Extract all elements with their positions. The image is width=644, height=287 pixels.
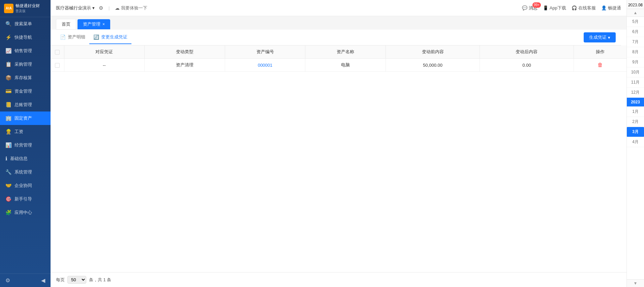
per-page-label: 每页 — [56, 277, 65, 283]
topbar-right: 💬 消息 99+ 📱 App下载 🎧 在线客服 👤 畅捷通 — [522, 5, 621, 11]
user-button[interactable]: 👤 畅捷通 — [601, 5, 621, 11]
company-name: 医疗器械行业演示 — [56, 5, 91, 11]
timeline-month-item[interactable]: 9月 — [627, 57, 644, 67]
total-text: 条，共 1 条 — [89, 277, 111, 283]
sidebar-item-base[interactable]: ℹ基础信息 — [0, 152, 51, 165]
timeline-month-item[interactable]: 12月 — [627, 88, 644, 98]
app-download-button[interactable]: 📱 App下载 — [543, 5, 566, 11]
stock-icon: 📦 — [5, 75, 12, 81]
page-content: 📄 资产明细 🔄 变更生成凭证 生成凭证 ▾ — [51, 30, 626, 287]
timeline-month-item[interactable]: 1月 — [627, 107, 644, 117]
sidebar-item-asset[interactable]: 🏢固定资产 — [0, 111, 51, 125]
appstore-icon: 🧩 — [5, 210, 12, 216]
purchase-icon: 📋 — [5, 61, 12, 67]
timeline-scroll-down-button[interactable]: ▼ — [627, 279, 644, 287]
row-checkbox-0[interactable] — [55, 63, 60, 68]
table-row: -- 资产清理 000001 电脑 50,000.00 0.00 🗑 — [51, 59, 626, 72]
row-asset-name-0: 电脑 — [305, 59, 386, 72]
right-panel: ⤢ 2023.03 ✕ ▲ 5月6月7月8月9月10月11月12月20231月2… — [626, 0, 644, 287]
header-asset-name: 资产名称 — [305, 45, 386, 59]
tab-asset-management[interactable]: 资产管理 × — [78, 19, 110, 29]
sidebar-label-base: 基础信息 — [10, 156, 28, 162]
sidebar-label-wage: 工资 — [14, 129, 23, 135]
collapse-icon[interactable]: ◀ — [41, 277, 45, 284]
delete-row-button-0[interactable]: 🗑 — [597, 62, 603, 68]
sales-icon: 📈 — [5, 48, 12, 54]
message-button[interactable]: 💬 消息 99+ — [522, 5, 538, 11]
timeline-month-item[interactable]: 5月 — [627, 17, 644, 27]
sidebar-item-purchase[interactable]: 📋采购管理 — [0, 58, 51, 71]
tabbar: 首页 资产管理 × — [51, 16, 626, 30]
sidebar-item-ledger[interactable]: 📒总账管理 — [0, 98, 51, 111]
timeline-month-item[interactable]: 10月 — [627, 67, 644, 77]
online-service-label: 在线客服 — [578, 5, 596, 11]
row-after-0: 0.00 — [480, 59, 574, 72]
timeline-year-item[interactable]: 2023 — [627, 98, 644, 107]
tab-asset-detail-label: 资产明细 — [68, 34, 85, 40]
search-icon: 🔍 — [5, 21, 12, 27]
user-label: 畅捷通 — [608, 5, 621, 11]
per-page-select[interactable]: 102050100 — [67, 276, 86, 284]
settings-gear-icon[interactable]: ⚙ — [99, 5, 103, 11]
right-panel-expand-icon[interactable]: ⤢ — [628, 3, 632, 7]
company-dropdown-icon: ▾ — [92, 5, 95, 10]
sidebar-item-biz[interactable]: 📊经营管理 — [0, 138, 51, 152]
select-all-checkbox[interactable] — [55, 50, 60, 55]
sidebar-item-search[interactable]: 🔍搜索菜单 — [0, 17, 51, 31]
row-checkbox-cell — [51, 59, 64, 72]
user-icon: 👤 — [601, 5, 607, 10]
sidebar-item-fund[interactable]: 💳资金管理 — [0, 85, 51, 98]
sidebar-item-stock[interactable]: 📦库存核算 — [0, 71, 51, 85]
timeline-month-item[interactable]: 3月 — [627, 127, 644, 137]
tab-close-icon[interactable]: × — [102, 22, 105, 27]
generate-voucher-label: 生成凭证 — [589, 34, 607, 40]
sidebar-label-appstore: 应用中心 — [14, 210, 32, 216]
app-download-label: App下载 — [550, 5, 566, 11]
header-after: 变动后内容 — [480, 45, 574, 59]
tab-change-voucher[interactable]: 🔄 变更生成凭证 — [89, 31, 131, 44]
tab-active-label: 资产管理 — [83, 21, 100, 27]
timeline-scroll-up-button[interactable]: ▲ — [627, 9, 644, 17]
inner-tabbar: 📄 资产明细 🔄 变更生成凭证 生成凭证 ▾ — [51, 30, 621, 45]
trial-label: 我要体验一下 — [121, 5, 147, 11]
timeline: 5月6月7月8月9月10月11月12月20231月2月3月4月 — [627, 17, 644, 279]
sidebar-item-nav[interactable]: ⚡快捷导航 — [0, 31, 51, 44]
timeline-month-item[interactable]: 11月 — [627, 77, 644, 88]
settings-icon[interactable]: ⚙ — [5, 277, 10, 284]
right-panel-close-icon[interactable]: ✕ — [639, 2, 643, 8]
sidebar-label-sales: 销售管理 — [14, 48, 32, 54]
company-selector[interactable]: 医疗器械行业演示 ▾ — [56, 5, 95, 11]
sidebar-item-guide[interactable]: 🎯新手引导 — [0, 192, 51, 206]
row-asset-code-0[interactable]: 000001 — [225, 59, 305, 72]
inner-tabbar-wrap: 📄 资产明细 🔄 变更生成凭证 生成凭证 ▾ — [51, 30, 626, 45]
timeline-month-item[interactable]: 8月 — [627, 47, 644, 57]
sidebar-item-sys[interactable]: 🔧系统管理 — [0, 165, 51, 179]
header-change-type: 变动类型 — [145, 45, 225, 59]
sys-icon: 🔧 — [5, 169, 12, 175]
tab-home[interactable]: 首页 — [56, 19, 76, 30]
app-name: 畅捷通好业财 — [16, 3, 40, 9]
sidebar-item-appstore[interactable]: 🧩应用中心 — [0, 206, 51, 219]
sidebar-item-corp[interactable]: 🤝企业协同 — [0, 179, 51, 192]
tab-asset-detail[interactable]: 📄 资产明细 — [56, 31, 89, 44]
timeline-month-item[interactable]: 6月 — [627, 27, 644, 37]
generate-dropdown-icon: ▾ — [608, 35, 610, 40]
sidebar-item-sales[interactable]: 📈销售管理 — [0, 44, 51, 58]
biz-icon: 📊 — [5, 142, 12, 148]
sidebar-footer: ⚙ ◀ — [0, 274, 51, 287]
sidebar-label-purchase: 采购管理 — [14, 61, 32, 67]
sidebar-item-wage[interactable]: 👷工资 — [0, 125, 51, 138]
trial-button[interactable]: ☁ 我要体验一下 — [115, 5, 147, 11]
table-body: -- 资产清理 000001 电脑 50,000.00 0.00 🗑 — [51, 59, 626, 72]
tab-change-voucher-label: 变更生成凭证 — [101, 34, 127, 40]
row-change-type-0: 资产清理 — [145, 59, 225, 72]
pagination: 每页 102050100 条，共 1 条 — [51, 272, 626, 287]
ledger-icon: 📒 — [5, 102, 12, 108]
tab-home-label: 首页 — [62, 22, 70, 27]
sidebar-label-nav: 快捷导航 — [14, 34, 32, 40]
online-service-button[interactable]: 🎧 在线客服 — [572, 5, 596, 11]
timeline-month-item[interactable]: 2月 — [627, 117, 644, 127]
timeline-month-item[interactable]: 4月 — [627, 137, 644, 147]
generate-voucher-button[interactable]: 生成凭证 ▾ — [584, 32, 616, 42]
timeline-month-item[interactable]: 7月 — [627, 37, 644, 47]
